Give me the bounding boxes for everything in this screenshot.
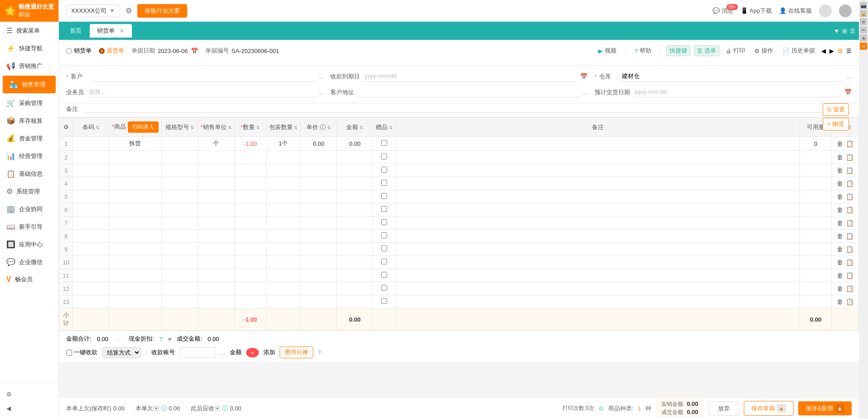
sidebar-item-business[interactable]: 📊 经营管理	[0, 147, 58, 165]
help-btn[interactable]: ? 帮助	[631, 46, 654, 56]
should-collect-help-icon[interactable]: ⓘ	[222, 405, 228, 413]
right-panel-icon-6[interactable]: ✂	[860, 43, 867, 50]
gift-checkbox-8[interactable]	[381, 232, 387, 238]
warehouse-dots[interactable]: ...	[847, 73, 852, 80]
one-click-pay-checkbox[interactable]: 一键收款	[66, 348, 97, 356]
copy-icon-10[interactable]: 📋	[846, 259, 853, 266]
expected-date-input[interactable]: yyyy-mm-dd	[633, 87, 842, 97]
gift-checkbox-1[interactable]	[381, 140, 387, 146]
cell-remark-2[interactable]	[396, 151, 800, 164]
customer-addr-input[interactable]	[357, 87, 580, 97]
copy-icon-6[interactable]: 📋	[846, 206, 853, 213]
delete-icon-10[interactable]: 🗑	[837, 259, 843, 266]
th-unit[interactable]: *销售单位	[198, 118, 234, 137]
th-remark[interactable]: 备注	[396, 118, 800, 137]
company-selector[interactable]: XXXXXX公司 ▼	[66, 5, 120, 17]
gift-checkbox-9[interactable]	[381, 246, 387, 251]
gift-checkbox-10[interactable]	[381, 259, 387, 265]
user-avatar[interactable]	[819, 5, 832, 17]
th-settings[interactable]: ⚙	[59, 118, 73, 137]
view-grid-icon[interactable]: ⊞	[838, 48, 843, 54]
salesperson-input[interactable]: 选择...	[87, 87, 315, 97]
online-service-button[interactable]: 👤 在线客服	[779, 7, 812, 15]
sidebar-collapse-btn[interactable]: ◀	[0, 401, 58, 415]
delete-icon-2[interactable]: 🗑	[837, 154, 843, 161]
goods-type-icon[interactable]: ⊙	[599, 405, 604, 412]
view-list-icon[interactable]: ☰	[846, 48, 852, 54]
sidebar-item-enterprise[interactable]: 🏢 企业协同	[0, 200, 58, 218]
th-amount[interactable]: 金额	[337, 118, 373, 137]
copy-icon-8[interactable]: 📋	[846, 232, 853, 240]
fee-help-icon[interactable]: ?	[318, 349, 321, 356]
tab-list-icon[interactable]: ☰	[850, 28, 855, 34]
nav-next-icon[interactable]: ▶	[829, 48, 834, 54]
cell-spec-1[interactable]	[161, 137, 198, 151]
delete-icon-8[interactable]: 🗑	[837, 232, 843, 240]
cell-barcode-2[interactable]	[73, 151, 109, 164]
cell-unit-1[interactable]: 个	[198, 137, 234, 151]
one-click-pay-input[interactable]	[66, 350, 72, 356]
gift-checkbox-4[interactable]	[381, 180, 387, 186]
sidebar-item-system[interactable]: ⚙ 系统管理	[0, 183, 58, 200]
salesperson-dots[interactable]: ...	[318, 89, 323, 96]
cell-qty-2[interactable]	[234, 151, 266, 164]
logistics-btn[interactable]: + 物流	[823, 118, 849, 130]
cell-spec-2[interactable]	[161, 151, 198, 164]
user-avatar2[interactable]	[839, 5, 852, 17]
select-order-btn[interactable]: ☰ 选单	[694, 45, 719, 56]
cell-qty-1[interactable]: -1.00	[234, 137, 266, 151]
discount-help-icon[interactable]: ?	[160, 336, 163, 342]
tab-close-icon[interactable]: ✕	[119, 27, 125, 34]
sidebar-item-purchase[interactable]: 🛒 采购管理	[0, 94, 58, 112]
radio-return[interactable]: 退货单	[99, 47, 124, 55]
delete-icon-13[interactable]: 🗑	[837, 298, 843, 305]
cell-pkgqty-1[interactable]: 1个	[266, 137, 301, 151]
abandon-button[interactable]: 放弃	[708, 401, 739, 416]
sidebar-item-search[interactable]: ☰ 搜索菜单	[0, 22, 58, 39]
cell-remark-1[interactable]	[396, 137, 800, 151]
cell-remark-3[interactable]	[396, 164, 800, 177]
cell-barcode-3[interactable]	[73, 164, 109, 177]
copy-icon-5[interactable]: 📋	[846, 193, 853, 200]
cell-barcode-1[interactable]	[73, 137, 109, 151]
delete-icon-11[interactable]: 🗑	[837, 272, 843, 279]
right-panel-icon-2[interactable]: 🔒	[860, 10, 867, 17]
gift-checkbox-13[interactable]	[381, 298, 387, 304]
th-price[interactable]: 单价 ⓘ	[301, 118, 337, 137]
gift-checkbox-12[interactable]	[381, 285, 387, 291]
customer-input[interactable]	[92, 72, 315, 82]
radio-return-input[interactable]	[99, 48, 105, 54]
copy-icon-9[interactable]: 📋	[846, 246, 853, 253]
tab-grid-icon[interactable]: ⊞	[842, 28, 847, 34]
radio-sales[interactable]: 销货单	[66, 47, 92, 55]
delete-icon-3[interactable]: 🗑	[837, 167, 843, 174]
warehouse-input[interactable]: 建材仓	[620, 71, 844, 82]
topbar-gear-icon[interactable]: ⚙	[126, 6, 132, 15]
save-draft-chevron-icon[interactable]: ▲	[777, 404, 786, 413]
cell-gift-3[interactable]	[373, 164, 396, 177]
sidebar-settings-btn[interactable]: ⚙	[0, 387, 58, 401]
fee-split-button[interactable]: 费用分摊	[280, 347, 313, 358]
gift-checkbox-3[interactable]	[381, 167, 387, 173]
scan-button[interactable]: 扫码录入	[128, 121, 159, 133]
sidebar-item-guide[interactable]: 📖 新手引导	[0, 218, 58, 236]
th-gift[interactable]: 赠品	[373, 118, 396, 137]
nav-prev-icon[interactable]: ◀	[821, 48, 826, 54]
account-dots[interactable]: ...	[220, 349, 225, 356]
right-panel-icon-3[interactable]: ⊕	[860, 18, 867, 25]
gift-checkbox-11[interactable]	[381, 272, 387, 278]
th-spec[interactable]: 规格型号	[161, 118, 198, 137]
radio-sales-input[interactable]	[66, 48, 72, 54]
delete-icon-4[interactable]: 🗑	[837, 180, 843, 187]
cell-unit-3[interactable]	[198, 164, 234, 177]
sidebar-item-appcenter[interactable]: 🔲 应用中心	[0, 236, 58, 253]
due-date-calendar-icon[interactable]: 📅	[580, 73, 587, 80]
cell-amount-3[interactable]	[337, 164, 373, 177]
cell-pkgqty-2[interactable]	[266, 151, 301, 164]
tab-sales-order[interactable]: 销货单 ✕	[90, 24, 132, 38]
delete-icon-12[interactable]: 🗑	[837, 285, 843, 292]
cell-amount-2[interactable]	[337, 151, 373, 164]
sidebar-item-wechat[interactable]: 💬 企业微信	[0, 253, 58, 271]
copy-icon-13[interactable]: 📋	[846, 298, 853, 305]
note-input[interactable]	[83, 106, 851, 113]
